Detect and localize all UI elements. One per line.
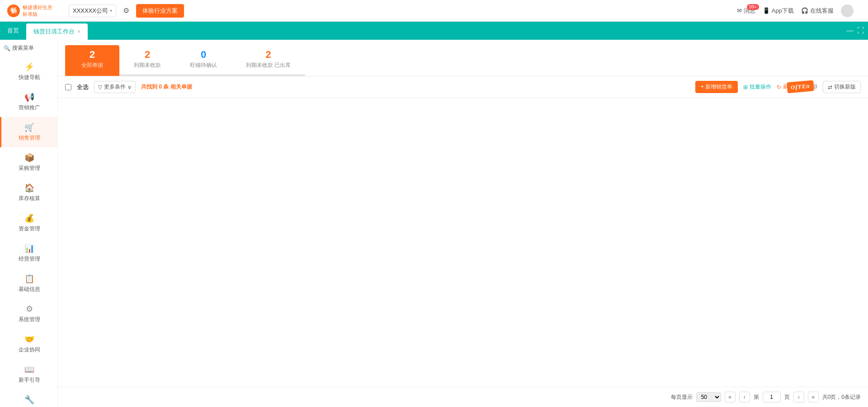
company-selector[interactable]: XXXXXX公司 ▾: [69, 5, 116, 17]
sidebar-item-purchase[interactable]: 📦 采购管理: [0, 147, 57, 178]
stat-num-wangpu: 0: [201, 49, 206, 61]
nav-tab-close-icon[interactable]: ×: [77, 28, 80, 35]
sidebar-item-basic-info[interactable]: 📋 基础信息: [0, 268, 57, 299]
select-all-label: 全选: [77, 83, 89, 91]
finance-icon: 💰: [24, 213, 34, 223]
guide-icon: 📖: [24, 365, 34, 374]
operations-icon: 📊: [24, 243, 34, 253]
sidebar-item-inventory[interactable]: 🏠 库存核算: [0, 178, 57, 208]
next-page-button[interactable]: ›: [793, 392, 804, 402]
app-center-icon: 🔧: [24, 395, 34, 405]
sidebar: 🔍 搜索菜单 ⚡ 快捷导航 📢 营销推广 🛒 销售管理 📦 采购管理 🏠 库存核…: [0, 40, 58, 407]
stat-label-overdue: 到期未收款: [134, 61, 161, 69]
switch-version-button[interactable]: ⇄ 切换新版: [823, 81, 861, 93]
stat-num-overdue: 2: [145, 49, 150, 61]
sidebar-item-enterprise[interactable]: 🤝 企业协同: [0, 329, 57, 359]
header-right: ✉ 消息 99+ 📱 App下载 🎧 在线客服: [737, 5, 861, 17]
batch-icon: ⊞: [743, 84, 748, 90]
stat-tab-wangpu[interactable]: 0 旺铺待确认: [175, 45, 231, 76]
prev-page-button[interactable]: ‹: [739, 392, 750, 402]
sidebar-search[interactable]: 🔍 搜索菜单: [0, 40, 57, 56]
stat-num-shipped: 2: [266, 49, 271, 61]
nav-expand-icon[interactable]: ⛶: [857, 27, 864, 35]
message-icon: ✉: [737, 7, 742, 14]
quick-nav-icon: ⚡: [24, 62, 34, 72]
online-service-button[interactable]: 🎧 在线客服: [801, 7, 834, 15]
search-icon: 🔍: [4, 45, 10, 51]
filter-chevron: ∨: [127, 84, 132, 90]
purchase-icon: 📦: [24, 153, 34, 163]
stat-label-all: 全部单据: [81, 61, 103, 69]
stats-tabs: 2 全部单据 2 到期未收款 0 旺铺待确认 2 到期未收款 已出库: [58, 40, 868, 76]
first-page-button[interactable]: «: [725, 392, 736, 402]
system-icon: ⚙: [26, 304, 33, 314]
page-number-input[interactable]: [763, 392, 781, 402]
logo-text: 畅捷通好生意 标准版: [23, 4, 52, 17]
basic-info-icon: 📋: [24, 274, 34, 284]
switch-icon: ⇄: [828, 84, 832, 90]
page-summary: 共0页，0条记录: [822, 393, 861, 401]
stat-num-all: 2: [90, 49, 95, 61]
sidebar-item-sales[interactable]: 🛒 销售管理: [0, 117, 57, 147]
toolbar-right: + 新增销货单 ⊞ 批量操作 ↻ 刷新 🖨 打印 ⇄ 切换新版: [695, 81, 861, 93]
nav-tab-active[interactable]: 钱货日清工作台 ×: [26, 23, 88, 40]
download-icon: 📱: [763, 7, 770, 14]
page-label: 第: [754, 393, 759, 401]
stat-label-shipped: 到期未收款 已出库: [246, 61, 291, 69]
batch-action-button[interactable]: ⊞ 批量操作: [743, 83, 771, 91]
main-layout: 🔍 搜索菜单 ⚡ 快捷导航 📢 营销推广 🛒 销售管理 📦 采购管理 🏠 库存核…: [0, 40, 868, 407]
sidebar-item-guide[interactable]: 📖 新手引导: [0, 359, 57, 389]
logo-icon: 畅: [7, 5, 20, 17]
toolbar: 全选 ▽ 更多条件 ∨ 共找到 0 条 相关单据 + 新增销货单 ⊞ 批量操作 …: [58, 76, 868, 98]
filter-icon: ▽: [98, 84, 102, 90]
sidebar-item-system[interactable]: ⚙ 系统管理: [0, 299, 57, 329]
table-area: [58, 98, 868, 387]
sales-icon: 🛒: [24, 122, 34, 132]
new-sales-order-button[interactable]: + 新增销货单: [695, 81, 738, 93]
often-badge: OfTEn: [787, 80, 814, 93]
last-page-button[interactable]: »: [808, 392, 819, 402]
service-icon: 🎧: [801, 7, 808, 14]
per-page-select[interactable]: 50 100: [696, 392, 721, 402]
inventory-icon: 🏠: [24, 183, 34, 193]
sidebar-item-app-center[interactable]: 🔧 应用中心: [0, 389, 57, 407]
enterprise-icon: 🤝: [24, 334, 34, 344]
app-download-button[interactable]: 📱 App下载: [763, 7, 794, 15]
trial-button[interactable]: 体验行业方案: [136, 4, 184, 18]
top-header: 畅 畅捷通好生意 标准版 XXXXXX公司 ▾ ⚙ 体验行业方案 ✉ 消息 99…: [0, 0, 868, 22]
marketing-icon: 📢: [24, 92, 34, 102]
sidebar-item-marketing[interactable]: 📢 营销推广: [0, 87, 57, 117]
sidebar-item-quick-nav[interactable]: ⚡ 快捷导航: [0, 56, 57, 87]
logo-area: 畅 畅捷通好生意 标准版: [7, 4, 65, 17]
message-badge: 99+: [747, 4, 759, 10]
pagination: 每页显示 50 100 « ‹ 第 页 › » 共0页，0条记录: [58, 387, 868, 407]
nav-minimize-icon[interactable]: —: [846, 27, 854, 35]
chevron-down-icon: ▾: [110, 8, 112, 13]
avatar[interactable]: [841, 5, 854, 17]
sidebar-item-operations[interactable]: 📊 经营管理: [0, 238, 57, 268]
content-area: 2 全部单据 2 到期未收款 0 旺铺待确认 2 到期未收款 已出库 全选 ▽ …: [58, 40, 868, 407]
filter-button[interactable]: ▽ 更多条件 ∨: [94, 81, 136, 93]
sidebar-item-finance[interactable]: 💰 资金管理: [0, 208, 57, 238]
stat-tab-shipped[interactable]: 2 到期未收款 已出库: [231, 45, 305, 76]
stat-tab-overdue[interactable]: 2 到期未收款: [119, 45, 175, 76]
count-text: 共找到 0 条 相关单据: [141, 83, 192, 91]
nav-tabs: 首页 钱货日清工作台 × — ⛶: [0, 22, 868, 40]
nav-tab-home[interactable]: 首页: [0, 22, 26, 40]
company-name: XXXXXX公司: [73, 7, 108, 15]
refresh-icon: ↻: [777, 84, 781, 90]
settings-icon[interactable]: ⚙: [120, 5, 132, 17]
stat-tab-all[interactable]: 2 全部单据: [65, 45, 119, 76]
message-button[interactable]: ✉ 消息 99+: [737, 7, 755, 15]
select-all-checkbox[interactable]: [65, 84, 71, 90]
stat-label-wangpu: 旺铺待确认: [190, 61, 217, 69]
nav-actions: — ⛶: [846, 27, 868, 35]
page-end-label: 页: [784, 393, 790, 401]
header-left: 畅 畅捷通好生意 标准版 XXXXXX公司 ▾ ⚙ 体验行业方案: [7, 4, 184, 18]
per-page-label: 每页显示: [671, 393, 693, 401]
